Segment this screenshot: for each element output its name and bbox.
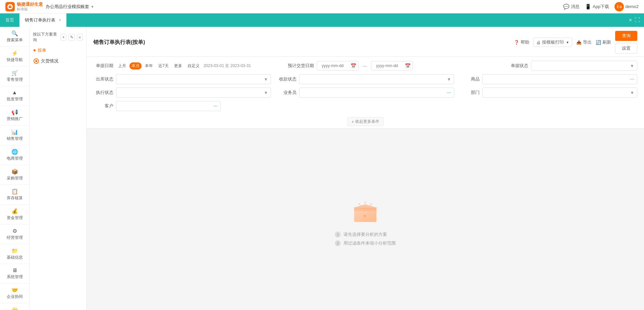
wholesale-icon: ▲ (1, 90, 28, 96)
logo-text: 畅捷通好生意 标准版 (17, 2, 43, 11)
sidebar-item-inventory[interactable]: 📋 库存核算 (0, 185, 29, 205)
query-button[interactable]: 查询 (615, 31, 637, 41)
nav-icon: ⚡ (1, 50, 28, 56)
order-status-select[interactable]: ▼ (531, 61, 637, 71)
export-button[interactable]: 📤 导出 (576, 39, 592, 45)
sidebar-item-quick-nav[interactable]: ⚡ 快捷导航 (0, 47, 29, 66)
date-range-text: 2023-03-01 至 2023-03-31 (204, 63, 251, 69)
sidebar-item-newbie[interactable]: 🌟 新手引导 (0, 303, 29, 310)
calendar-to-icon[interactable]: 📅 (405, 63, 411, 68)
sidebar-item-label: 库存核算 (1, 195, 28, 201)
main-layout: 🔍 搜索菜单 ⚡ 快捷导航 🛒 零售管理 ▲ 批发管理 📢 营销推广 📊 销售管… (0, 27, 644, 310)
exec-status-field: 执行状态 ▼ (93, 88, 271, 98)
finance-icon: 💰 (1, 208, 28, 214)
help-icon: ❓ (514, 40, 519, 45)
customer-select[interactable]: ··· (116, 101, 221, 111)
salesperson-select[interactable]: ··· (299, 88, 454, 98)
date-tab-7days[interactable]: 近7天 (156, 62, 171, 69)
add-scheme-button[interactable]: + (60, 34, 66, 41)
right-main: 销售订单执行表(按单) ❓ 帮助 🖨 按模板打印 ▼ 📤 导出 (87, 27, 644, 310)
sidebar-item-label: 采购管理 (1, 175, 28, 181)
top-header: 畅捷通好生意 标准版 办公用品行业模拟账套 ▼ 💬 消息 📱 App下载 Ea … (0, 0, 644, 13)
date-tab-prev-month[interactable]: 上月 (116, 62, 128, 69)
scheme-item-by-order[interactable]: 按单 (30, 45, 86, 56)
sidebar-item-sales[interactable]: 📊 销售管理 (0, 125, 29, 145)
calendar-from-icon[interactable]: 📅 (351, 63, 356, 68)
refresh-icon: 🔄 (596, 40, 601, 45)
sidebar-item-system[interactable]: 🖥 系统管理 (0, 264, 29, 283)
sidebar-item-finance[interactable]: 💰 资金管理 (0, 205, 29, 224)
active-dot-icon (34, 49, 36, 51)
edit-scheme-button[interactable]: ✎ (68, 34, 74, 41)
delivery-date-from-wrapper: 📅 (317, 61, 359, 70)
sidebar-item-label: 零售管理 (1, 77, 28, 83)
app-download-label: App下载 (593, 4, 609, 10)
delivery-date-from-input[interactable] (319, 61, 349, 70)
newbie-icon: 🌟 (1, 307, 28, 310)
logo-area: 畅捷通好生意 标准版 (5, 2, 43, 11)
help-button[interactable]: ❓ 帮助 (514, 39, 529, 45)
export-icon: 📤 (576, 40, 582, 45)
date-tab-more[interactable]: 更多 (172, 62, 184, 69)
goods-select[interactable]: ··· (482, 74, 637, 84)
settings-button[interactable]: 设置 (615, 43, 637, 54)
date-label: 单据日期 (93, 63, 113, 69)
sidebar-item-operations[interactable]: ⚙ 经营管理 (0, 224, 29, 244)
department-field: 部门 ▼ (460, 88, 637, 98)
delivery-status-select[interactable]: ▼ (116, 74, 271, 84)
delivery-date-to-input[interactable] (373, 61, 404, 70)
print-arrow-icon: ▼ (566, 41, 569, 44)
payment-status-select[interactable]: ▼ (299, 74, 454, 84)
goods-field: 商品 ··· (460, 74, 637, 84)
sidebar-item-label: 基础信息 (1, 255, 28, 260)
goods-dots-icon[interactable]: ··· (630, 76, 634, 82)
empty-tips: 1 请先选择要分析的方案 2 用过滤条件来缩小分析范围 (335, 231, 396, 246)
date-tab-this-month[interactable]: 本月 (129, 62, 142, 69)
collapse-filter-button[interactable]: ∧ 收起更多条件 (347, 117, 384, 126)
order-status-arrow-icon: ▼ (630, 63, 634, 68)
sidebar-item-ecommerce[interactable]: 🌐 电商管理 (0, 145, 29, 165)
tab-close-icon[interactable]: × (59, 18, 61, 22)
page-title: 销售订单执行表(按单) (93, 39, 145, 46)
query-settings-group: 查询 设置 (615, 31, 637, 54)
refresh-button[interactable]: 🔄 刷新 (596, 39, 611, 45)
sidebar-item-purchase[interactable]: 📦 采购管理 (0, 165, 29, 185)
sidebar-item-enterprise[interactable]: 🤝 企业协同 (0, 283, 29, 303)
page-actions: ❓ 帮助 🖨 按模板打印 ▼ 📤 导出 🔄 刷新 (514, 31, 637, 54)
help-label: 帮助 (521, 39, 529, 45)
date-tab-custom[interactable]: 自定义 (185, 62, 202, 69)
exec-status-select[interactable]: ▼ (116, 88, 271, 98)
tab-sales-execution[interactable]: 销售订单执行表 × (19, 13, 66, 27)
salesperson-dots-icon[interactable]: ··· (447, 90, 451, 96)
breadcrumb[interactable]: 办公用品行业模拟账套 ▼ (46, 4, 94, 10)
sidebar-item-marketing[interactable]: 📢 营销推广 (0, 106, 29, 125)
retail-icon: 🛒 (1, 70, 28, 76)
add-icon: + (62, 35, 65, 40)
order-status-field: 单据状态 ▼ (508, 61, 637, 71)
customer-dots-icon[interactable]: ··· (213, 103, 218, 109)
scheme-item-by-debt[interactable]: 欠货情况 (30, 56, 86, 66)
window-close-icon[interactable]: × (629, 17, 632, 23)
page-header: 销售订单执行表(按单) ❓ 帮助 🖨 按模板打印 ▼ 📤 导出 (87, 27, 644, 57)
left-panel-header: 按以下方案查询 + ✎ « (30, 30, 86, 45)
app-download-button[interactable]: 📱 App下载 (585, 4, 609, 10)
sidebar-item-basic[interactable]: 📁 基础信息 (0, 244, 29, 264)
tab-home[interactable]: 首页 (0, 13, 19, 27)
sidebar-item-retail[interactable]: 🛒 零售管理 (0, 66, 29, 86)
content-area: 按以下方案查询 + ✎ « 按单 欠货情况 (30, 27, 644, 310)
window-maximize-icon[interactable]: ⛶ (635, 17, 640, 23)
empty-tip-1: 1 请先选择要分析的方案 (335, 231, 396, 238)
collapse-panel-button[interactable]: « (77, 34, 83, 41)
filter-body: 单据日期 上月 本月 本年 近7天 更多 自定义 20 (93, 57, 637, 115)
date-tab-this-year[interactable]: 本年 (143, 62, 155, 69)
sidebar-item-search-menu[interactable]: 🔍 搜索菜单 (0, 27, 29, 47)
filter-row-2: 出库状态 ▼ 收款状态 ▼ (93, 74, 637, 84)
print-button[interactable]: 🖨 按模板打印 ▼ (533, 38, 572, 47)
user-profile[interactable]: Ea demo2 (614, 2, 639, 11)
department-select[interactable]: ▼ (482, 88, 637, 98)
customer-label: 客户 (93, 103, 113, 109)
filter-row-1: 单据日期 上月 本月 本年 近7天 更多 自定义 20 (93, 61, 637, 71)
message-button[interactable]: 💬 消息 (563, 4, 580, 10)
tip-2-text: 用过滤条件来缩小分析范围 (343, 240, 396, 246)
sidebar-item-wholesale[interactable]: ▲ 批发管理 (0, 86, 29, 106)
